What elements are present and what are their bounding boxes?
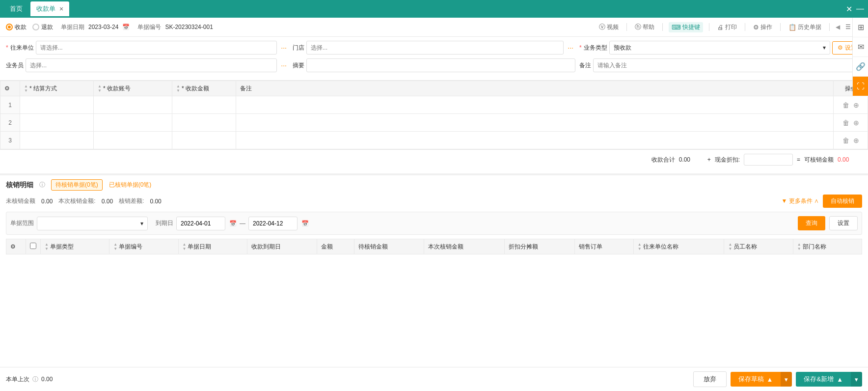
delete-icon-1[interactable]: 🗑	[842, 101, 849, 109]
discount-input[interactable]	[744, 154, 793, 166]
th-amount-required: *	[182, 85, 184, 92]
copy-icon-1[interactable]: ⊕	[853, 101, 859, 109]
store-input[interactable]	[306, 41, 564, 55]
tab-active[interactable]: 收款单 ×	[30, 1, 69, 16]
sidebar-screenshot-icon[interactable]: ⛶	[853, 77, 868, 96]
abandon-btn[interactable]: 放弃	[693, 371, 727, 387]
bth-doc-date-label: 单据日期	[188, 243, 211, 251]
verify-info-icon[interactable]: ⓘ	[39, 181, 45, 189]
bth-counterpart-label: 往来单位名称	[643, 243, 678, 251]
copy-icon-3[interactable]: ⊕	[853, 137, 859, 144]
history-label: 历史单据	[798, 23, 821, 31]
note-input[interactable]	[593, 58, 862, 72]
biz-type-label: 业务类型	[584, 44, 607, 52]
save-draft-btn[interactable]: 保存草稿 ▲	[731, 372, 781, 387]
more-filters-btn[interactable]: ▼ 更多条件 ∧	[781, 197, 819, 205]
th-note-text: 备注	[240, 85, 252, 92]
doc-no-value[interactable]: SK-20230324-001	[165, 24, 213, 30]
sidebar-link-icon[interactable]: 🔗	[853, 57, 868, 77]
doc-date-value[interactable]: 2023-03-24	[88, 24, 118, 30]
row-settlement-1[interactable]	[20, 96, 94, 114]
toolbar-actions: ⓥ 视频 ⓗ 帮助 ⌨ 快捷键 🖨 打印 ⚙ 操作	[597, 22, 862, 32]
delete-icon-3[interactable]: 🗑	[842, 137, 849, 144]
row-account-1[interactable]	[94, 96, 172, 114]
period-info-icon[interactable]: ⓘ	[32, 375, 38, 384]
save-draft-arrow: ▲	[767, 376, 773, 383]
row-amount-1[interactable]	[172, 96, 236, 114]
sidebar-mail-icon[interactable]: ✉	[853, 37, 868, 57]
list-icon[interactable]: ☰	[845, 24, 851, 30]
row-note-1[interactable]	[236, 96, 834, 114]
verify-tab-done[interactable]: 已核销单据(0笔)	[105, 179, 156, 191]
row-account-3[interactable]	[94, 132, 172, 149]
calendar-icon[interactable]: 📅	[122, 24, 130, 30]
bth-discount-label: 折扣分摊额	[509, 243, 538, 250]
bth-due-date-label: 收款到期日	[251, 243, 281, 250]
select-all-checkbox[interactable]	[30, 243, 36, 249]
close-window-icon[interactable]: ✕	[846, 4, 852, 14]
row-account-2[interactable]	[94, 114, 172, 132]
prev-arrow[interactable]: ◀	[836, 24, 840, 30]
row-settlement-2[interactable]	[20, 114, 94, 132]
row-settlement-3[interactable]	[20, 132, 94, 149]
footer-left: 本单上次 ⓘ 0.00	[6, 375, 53, 384]
auto-verify-btn[interactable]: 自动核销	[823, 195, 862, 208]
save-new-dropdown-btn[interactable]: ▾	[851, 372, 862, 387]
print-btn[interactable]: 🖨 打印	[715, 22, 739, 32]
query-btn[interactable]: 查询	[798, 216, 825, 230]
staff-more-btn[interactable]: ···	[279, 61, 289, 69]
date-from-input[interactable]	[176, 217, 225, 230]
radio-receipt[interactable]: 收款	[6, 23, 27, 31]
filter-settings-btn[interactable]: 设置	[829, 216, 858, 230]
th-settlement-text: 结算方式	[33, 84, 57, 93]
summary-input[interactable]	[306, 58, 575, 72]
verify-tab-pending[interactable]: 待核销单据(0笔)	[51, 179, 103, 191]
bth-discount: 折扣分摊额	[505, 239, 574, 254]
date-to-input[interactable]	[248, 217, 298, 230]
row-note-3[interactable]	[236, 132, 834, 149]
sidebar-table-icon[interactable]: ⊞	[853, 18, 868, 37]
help-btn[interactable]: ⓗ 帮助	[633, 22, 656, 32]
gear-icon: ⚙	[838, 44, 843, 51]
bth-gear[interactable]: ⚙	[6, 239, 26, 254]
dropdown-icon: ▾	[823, 44, 826, 51]
shortcut-label: 快捷键	[682, 23, 700, 31]
delete-icon-2[interactable]: 🗑	[842, 119, 849, 127]
operation-btn[interactable]: ⚙ 操作	[751, 22, 774, 32]
bth-checkbox[interactable]	[26, 239, 41, 254]
th-gear[interactable]: ⚙	[0, 81, 20, 96]
footer-right: 放弃 保存草稿 ▲ ▾ 保存&新增 ▲ ▾	[693, 371, 862, 387]
minimize-icon[interactable]: —	[856, 4, 864, 13]
shortcut-btn[interactable]: ⌨ 快捷键	[669, 22, 703, 32]
save-draft-dropdown-btn[interactable]: ▾	[781, 372, 792, 387]
main-table-area: ⚙ ▲▼ * 结算方式 ▲▼ * 收款账号	[0, 81, 868, 149]
counterpart-more-btn[interactable]: ···	[279, 44, 289, 52]
staff-field: 业务员 ···	[6, 58, 289, 72]
copy-icon-2[interactable]: ⊕	[853, 119, 859, 127]
counterpart-field: * 往来单位 ···	[6, 41, 289, 55]
biz-type-select[interactable]: 预收款 ▾	[609, 41, 830, 55]
save-new-btn[interactable]: 保存&新增 ▲	[796, 372, 851, 387]
available-value: 0.00	[838, 156, 862, 163]
bth-current-amount-label: 本次核销金额	[428, 243, 463, 250]
cal-icon-from[interactable]: 📅	[229, 220, 237, 227]
bth-doc-no-label: 单据编号	[119, 243, 142, 251]
history-btn[interactable]: 📋 历史单据	[787, 22, 823, 32]
cal-icon-to[interactable]: 📅	[301, 220, 309, 227]
tab-home[interactable]: 首页	[4, 1, 28, 16]
row-amount-3[interactable]	[172, 132, 236, 149]
row-note-2[interactable]	[236, 114, 834, 132]
store-more-btn[interactable]: ···	[566, 44, 575, 52]
radio-refund[interactable]: 退款	[32, 23, 53, 31]
staff-input[interactable]	[26, 58, 277, 72]
tab-close-icon[interactable]: ×	[59, 5, 63, 13]
payment-type-group: 收款 退款	[6, 23, 53, 31]
bth-doc-type-label: 单据类型	[50, 243, 74, 251]
range-select[interactable]: ▾	[37, 217, 148, 230]
th-amount: ▲▼ * 收款金额	[172, 81, 236, 96]
total-value: 0.00	[679, 156, 704, 163]
row-num-3: 3	[0, 132, 20, 149]
row-amount-2[interactable]	[172, 114, 236, 132]
counterpart-input[interactable]	[36, 41, 277, 55]
video-btn[interactable]: ⓥ 视频	[597, 22, 621, 32]
